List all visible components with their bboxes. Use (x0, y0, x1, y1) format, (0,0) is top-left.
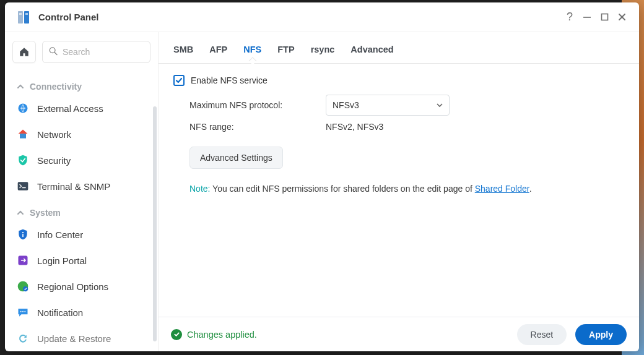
sidebar-item-info-center[interactable]: Info Center (5, 221, 158, 247)
svg-rect-2 (19, 13, 22, 15)
app-icon (15, 9, 32, 26)
terminal-icon (16, 179, 30, 193)
svg-point-17 (24, 311, 25, 312)
sidebar-item-security[interactable]: Security (5, 147, 158, 173)
advanced-settings-button[interactable]: Advanced Settings (189, 147, 283, 169)
sidebar-item-notification[interactable]: Notification (5, 299, 158, 325)
note-label: Note: (189, 184, 210, 194)
nfs-range-label: NFS range: (189, 122, 326, 132)
sidebar-item-label: Notification (37, 307, 83, 318)
check-icon (175, 77, 183, 84)
sidebar-group-label: System (30, 208, 61, 218)
tabs: SMB AFP NFS FTP rsync Advanced (159, 32, 639, 64)
sidebar-group-connectivity[interactable]: Connectivity (5, 73, 158, 95)
status: Changes applied. (171, 329, 257, 340)
shared-folder-link[interactable]: Shared Folder (475, 184, 529, 194)
update-icon (16, 331, 30, 345)
sidebar-item-label: Regional Options (37, 281, 108, 292)
tab-afp[interactable]: AFP (209, 45, 227, 63)
login-portal-icon (16, 254, 30, 267)
regional-icon (16, 280, 30, 293)
sidebar-scrollbar[interactable] (153, 106, 157, 341)
sidebar-item-login-portal[interactable]: Login Portal (5, 247, 158, 273)
tab-panel-nfs: Enable NFS service Maximum NFS protocol:… (159, 64, 639, 317)
chevron-down-icon (437, 100, 443, 110)
tab-rsync[interactable]: rsync (311, 45, 335, 63)
window: Control Panel ? (5, 2, 639, 351)
sidebar-item-regional-options[interactable]: Regional Options (5, 273, 158, 299)
sidebar: Connectivity External Access Network Sec… (5, 32, 159, 351)
max-proto-select[interactable]: NFSv3 (326, 95, 450, 116)
help-button[interactable]: ? (561, 9, 578, 26)
globe-arrow-icon (16, 101, 30, 115)
sidebar-item-label: Terminal & SNMP (37, 181, 110, 192)
sidebar-item-network[interactable]: Network (5, 121, 158, 147)
window-title: Control Panel (38, 12, 99, 22)
chevron-up-icon (16, 208, 25, 217)
note-text: Note: You can edit NFS permissions for s… (189, 182, 624, 195)
titlebar: Control Panel ? (5, 2, 639, 32)
svg-rect-5 (601, 14, 607, 20)
sidebar-item-terminal-snmp[interactable]: Terminal & SNMP (5, 173, 158, 199)
sidebar-item-label: Login Portal (37, 255, 87, 266)
sidebar-item-label: Update & Restore (37, 333, 111, 344)
minimize-button[interactable] (578, 9, 596, 26)
svg-point-10 (22, 232, 24, 233)
svg-point-15 (20, 311, 22, 312)
chat-icon (16, 306, 30, 319)
close-button[interactable] (613, 9, 630, 26)
svg-rect-9 (18, 182, 28, 190)
svg-rect-4 (583, 17, 591, 18)
max-proto-value: NFSv3 (333, 100, 359, 110)
svg-rect-3 (25, 13, 28, 15)
svg-point-16 (22, 311, 24, 312)
tab-advanced[interactable]: Advanced (350, 45, 393, 63)
sidebar-item-label: Security (37, 155, 71, 166)
max-proto-label: Maximum NFS protocol: (189, 100, 326, 110)
sidebar-item-label: Info Center (37, 229, 83, 240)
sidebar-item-label: Network (37, 129, 71, 140)
chevron-up-icon (16, 82, 25, 91)
tab-ftp[interactable]: FTP (277, 45, 294, 63)
sidebar-item-update-restore[interactable]: Update & Restore (5, 325, 158, 351)
footer: Changes applied. Reset Apply (159, 317, 639, 351)
home-icon (19, 46, 30, 58)
nfs-range-value: NFSv2, NFSv3 (326, 122, 383, 132)
sidebar-item-external-access[interactable]: External Access (5, 95, 158, 121)
success-icon (171, 329, 182, 340)
status-text: Changes applied. (187, 330, 257, 340)
info-icon (16, 228, 30, 241)
network-icon (16, 127, 30, 141)
svg-rect-11 (22, 234, 24, 237)
enable-nfs-label: Enable NFS service (191, 75, 268, 85)
tab-smb[interactable]: SMB (173, 45, 193, 63)
tab-nfs[interactable]: NFS (243, 45, 261, 63)
reset-button[interactable]: Reset (517, 324, 567, 345)
apply-button[interactable]: Apply (575, 324, 627, 345)
maximize-button[interactable] (596, 9, 613, 26)
main: SMB AFP NFS FTP rsync Advanced Enable NF… (159, 32, 639, 351)
enable-nfs-checkbox[interactable] (173, 75, 185, 86)
search-icon (48, 46, 58, 58)
svg-rect-8 (20, 134, 26, 139)
sidebar-group-label: Connectivity (30, 82, 82, 92)
sidebar-item-label: External Access (37, 103, 103, 114)
sidebar-group-system[interactable]: System (5, 199, 158, 221)
shield-icon (16, 153, 30, 167)
search-input[interactable] (42, 41, 150, 63)
home-button[interactable] (12, 41, 36, 63)
